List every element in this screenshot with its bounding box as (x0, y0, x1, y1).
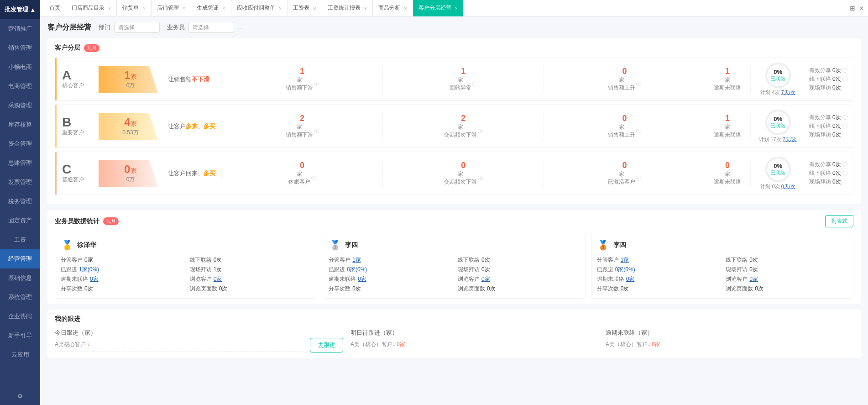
tab-payroll[interactable]: 工资表 × (288, 0, 322, 16)
sp-0-stat-5: 浏览客户 0家 (190, 275, 312, 283)
tab-ap-adjust[interactable]: 应收应付调整单 × (231, 0, 288, 16)
tier-b-action: 让客户多来、多买 (162, 122, 222, 131)
sp-0-stats: 分管客户 0家 线下联络 0次 已跟进 1家(0%) 现场拜访 (61, 256, 311, 293)
tier-c-action-highlight: 多买 (204, 170, 215, 177)
tab-close-voucher[interactable]: × (222, 5, 225, 11)
sidebar-item-xitong[interactable]: 系统管理 (0, 288, 40, 307)
followup-goto-col: 去跟进 (310, 329, 343, 352)
tier-b-stat-2-label: 家销售额上升 ⓘ (548, 123, 701, 139)
followup-core-label: A类核心客户 (55, 341, 86, 347)
sidebar-item-xiaoshou[interactable]: 销售管理 (0, 38, 40, 58)
tier-c-name: 普通客户 (62, 176, 99, 184)
customer-tier-section: 客户分层 九月 A 核心客户 1 家 0万 (47, 38, 861, 204)
sidebar-title: 批发管理 (5, 5, 28, 14)
sidebar-item-fapiao[interactable]: 发票管理 (0, 173, 40, 192)
biz-stats-section: 业务员数据统计 九月 列表式 🥇 徐泽华 分管客户 0家 (47, 210, 861, 304)
salesperson-card-1: 🥈 李四 分管客户 1家 线下联络 0次 已跟进 (323, 233, 585, 299)
sidebar-item-yingxiao[interactable]: 营销推广 (0, 19, 40, 38)
biz-stats-title: 业务员数据统计 (55, 217, 99, 226)
main-area: 首页 门店商品目录 × 销货单 × 店铺管理 × 生成凭证 × 应收应付调整单 … (40, 0, 868, 405)
goto-followup-button[interactable]: 去跟进 (310, 338, 343, 352)
sidebar-item-xinshouyindao[interactable]: 新手引导 (0, 326, 40, 345)
tier-c-circle-ring: 0% 已联络 (765, 157, 791, 182)
sidebar-item-gudingzichan[interactable]: 固定资产 (0, 211, 40, 230)
sidebar-item-zongzhang[interactable]: 总账管理 (0, 153, 40, 173)
sidebar-item-dianshang[interactable]: 电商管理 (0, 77, 40, 96)
tier-a-stat-1-label: 家回购异常 ⓘ (387, 76, 540, 92)
sidebar-item-kucun[interactable]: 库存核算 (0, 115, 40, 134)
tab-customer-tier[interactable]: 客户分层经营 × (413, 0, 464, 16)
tab-close-customer-tier[interactable]: × (455, 5, 458, 11)
tab-voucher[interactable]: 生成凭证 × (191, 0, 231, 16)
tier-b-label: B 重要客户 (62, 116, 99, 137)
tier-b-stat-2: 0 家销售额上升 ⓘ (544, 112, 705, 141)
tier-c-letter: C (62, 163, 99, 176)
tier-b-name: 重要客户 (62, 129, 99, 137)
sidebar-item-shuiwu[interactable]: 税务管理 (0, 192, 40, 211)
tab-close-payroll-report[interactable]: × (364, 5, 367, 11)
tier-a-plan-link[interactable]: 7天/次 (781, 89, 795, 95)
tier-row-a: A 核心客户 1 家 0万 让销售额不下滑 (55, 58, 853, 101)
tab-store-products[interactable]: 门店商品目录 × (66, 0, 117, 16)
biz-stats-month: 九月 (103, 217, 119, 225)
tier-a-stat-2-label: 家销售额上升 ⓘ (548, 76, 701, 92)
tab-close-product-analysis[interactable]: × (404, 5, 407, 11)
tab-more-icon[interactable]: ⊞ (850, 5, 855, 12)
sidebar-item-jingying[interactable]: 经营管理 (0, 249, 40, 268)
sidebar-item-qiyexietong[interactable]: 企业协同 (0, 307, 40, 326)
salesperson-select[interactable]: 请选择 (188, 22, 234, 33)
tab-home[interactable]: 首页 (44, 0, 66, 16)
sidebar-item-jichu[interactable]: 基础信息 (0, 268, 40, 288)
sp-2-stat-7: 浏览页面数 0次 (726, 285, 847, 293)
tier-b-circle-pct: 0% (774, 116, 782, 122)
sidebar-item-yunyingyong[interactable]: 云应用 (0, 345, 40, 364)
tier-a-amount: 0万 (124, 82, 136, 89)
dept-filter: 部门 请选择 (99, 22, 160, 33)
tab-product-analysis[interactable]: 商品分析 × (373, 0, 413, 16)
tier-a-letter: A (62, 69, 99, 82)
tab-close-store-mgmt[interactable]: × (183, 5, 185, 11)
dept-select[interactable]: 请选择 (114, 22, 160, 33)
tab-close-ap-adjust[interactable]: × (279, 5, 282, 11)
followup-today-col: 今日跟进（家） A类核心客户 ↓ (55, 329, 303, 352)
sidebar-item-gongzi[interactable]: 工资 (0, 230, 40, 249)
sp-2-stat-2: 已跟进 0家(0%) (597, 266, 719, 274)
tier-c-uncontacted-count: 0 (709, 161, 747, 170)
followup-core-down-icon: ↓ (87, 341, 90, 347)
tier-b-plan-link[interactable]: 7天/次 (783, 137, 797, 142)
tab-close-store-products[interactable]: × (108, 5, 111, 11)
tab-close-all-icon[interactable]: ✕ (859, 5, 864, 12)
tier-b-stat-1-count: 2 (387, 114, 540, 123)
tier-c-contact: 0 家逾期未联络 (705, 161, 751, 186)
sidebar-item-zijin[interactable]: 资金管理 (0, 134, 40, 153)
sp-0-avatar: 🥇 (61, 239, 73, 252)
dept-label: 部门 (99, 23, 110, 32)
sidebar-item-caigou[interactable]: 采购管理 (0, 96, 40, 115)
tier-c-amount: 0万 (124, 176, 136, 184)
tab-payroll-report[interactable]: 工资统计报表 × (322, 0, 373, 16)
sp-2-avatar: 🥉 (597, 239, 610, 252)
tier-c-plan-link[interactable]: 0天/次 (781, 184, 795, 189)
list-view-button[interactable]: 列表式 (825, 215, 853, 227)
salesperson-filter: 业务员 请选择 ··· (167, 22, 243, 33)
tier-b-uncontacted-count: 1 (709, 114, 747, 123)
tab-store-mgmt[interactable]: 店铺管理 × (152, 0, 191, 16)
sp-1-stats: 分管客户 1家 线下联络 0次 已跟进 0家(0%) 现场拜访 (329, 256, 579, 293)
tier-a-name: 核心客户 (62, 82, 99, 89)
salesperson-card-0: 🥇 徐泽华 分管客户 0家 线下联络 0次 已跟进 (55, 233, 317, 299)
tier-a-action-highlight: 不下滑 (192, 76, 209, 83)
tier-c-circle-label: 已联络 (770, 169, 785, 176)
more-options-icon[interactable]: ··· (238, 24, 243, 31)
tier-a-stats: 1 家销售额下滑 ⓘ 1 家回购异常 ⓘ 0 家销售额上升 ⓘ (222, 65, 705, 94)
tier-c-stat-0-label: 家休眠客户 ⓘ (225, 170, 379, 186)
tab-close-sales-order[interactable]: × (142, 5, 145, 11)
sidebar-header[interactable]: 批发管理 ▲ (0, 0, 40, 19)
tier-b-circle-plan: 计划 17次 7天/次 (759, 136, 797, 143)
sidebar-settings-icon[interactable]: ⚙ (0, 387, 40, 405)
tab-close-payroll[interactable]: × (313, 5, 316, 11)
sidebar-item-xiaodian[interactable]: 小畅电商 (0, 58, 40, 77)
tab-sales-order[interactable]: 销货单 × (117, 0, 151, 16)
followup-tomorrow-label: 明日待跟进（家） (350, 329, 598, 337)
tier-a-circle-ring: 0% 已联络 (765, 63, 791, 88)
sp-1-stat-6: 分享次数 0次 (329, 285, 450, 293)
